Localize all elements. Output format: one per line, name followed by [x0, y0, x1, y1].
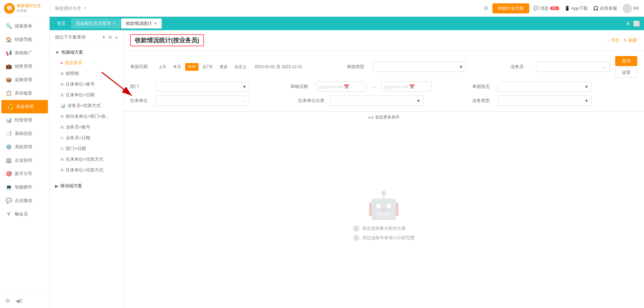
scheme-item-unit-account[interactable]: ⊞ 往来单位+账号 [50, 79, 123, 90]
doc-status-select[interactable]: ▼ [498, 82, 592, 92]
scheme-item-by-detail[interactable]: ⊞ 按明细 [50, 68, 123, 79]
calendar-icon-end[interactable]: 📅 [409, 84, 415, 89]
unit-date-icon: ⊞ [60, 93, 64, 97]
sidebar-item-system[interactable]: ⚙️ 系统管理 [0, 140, 49, 154]
date-tab-last-month[interactable]: 上月 [156, 63, 169, 71]
dept-select[interactable]: ▼ [156, 82, 250, 92]
step-1-label: 请先选择要分析的方案 [362, 225, 406, 232]
sidebar-item-member[interactable]: V 畅会员 [0, 207, 49, 221]
scheme-item-dept-date[interactable]: ⊙ 部门+日期 [50, 143, 123, 154]
triangle-right-icon: ▶ [55, 184, 58, 189]
scheme-item-unit-settle2[interactable]: ⊞ 往来单位+结算方式 [50, 165, 123, 175]
sidebar-item-enterprise[interactable]: 🏢 企业协同 [0, 154, 49, 167]
topbar: 畅捷通好生意 ▼ ⚙ 体验行业方案 💬 消息 99+ 📱 App下载 🎧 在线客… [50, 0, 644, 17]
unit-settle2-icon: ⊞ [60, 168, 64, 172]
sales-icon: 💼 [5, 63, 12, 70]
sidebar-item-wechat[interactable]: 💬 企业微信 [0, 194, 49, 207]
sidebar-item-sales[interactable]: 💼 销售管理 [0, 60, 49, 73]
sidebar-item-label: 搜索菜单 [15, 23, 32, 29]
desktop-section-title[interactable]: ▼ 电脑端方案 [50, 47, 123, 57]
biz-type-select[interactable]: ▼ [498, 96, 592, 106]
scheme-item-label: 按往来单位+部门+收... [66, 113, 109, 119]
review-date-end-placeholder: yyyy-mm-dd [384, 84, 408, 89]
app-download-btn[interactable]: 📱 App下载 [565, 5, 588, 11]
scheme-item-label: 业务员+日期 [66, 135, 90, 141]
messages-btn[interactable]: 💬 消息 99+ [533, 5, 559, 11]
dept-date-icon: ⊙ [60, 146, 64, 151]
sidebar-item-label: 基础信息 [15, 131, 32, 137]
date-tabs: 上月 本月 本年 近7天 更多 自定义 [156, 63, 249, 71]
sidebar-item-hardware[interactable]: 💻 智能硬件 [0, 181, 49, 194]
salesman-settle-icon: 📊 [60, 103, 65, 108]
export-btn[interactable]: ↑ 导出 [607, 37, 620, 43]
sidebar-item-basic[interactable]: 📑 基础信息 [0, 127, 49, 140]
review-date-start[interactable]: yyyy-mm-dd 📅 [316, 82, 366, 92]
breadcrumb-text: 畅捷通好生意 [55, 5, 81, 11]
doc-type-label: 单据类型 [347, 64, 367, 70]
scheme-item-salesman-account[interactable]: ⊞ 业务员+账号 [50, 122, 123, 133]
settings-bottom-icon[interactable]: ⚙ [5, 298, 10, 304]
collapse-sidebar-icon[interactable]: ◀II [15, 298, 22, 304]
trial-btn[interactable]: 体验行业方案 [492, 3, 529, 13]
doc-type-select[interactable]: ▼ [372, 62, 466, 72]
date-label: 单据日期 [130, 64, 150, 70]
query-btn[interactable]: 查询 [615, 56, 637, 66]
sidebar-item-operation[interactable]: 📊 经营管理 [0, 113, 49, 127]
scheme-item-salesman-settle[interactable]: 📊 业务员+结算方式 [50, 100, 123, 111]
date-tab-custom[interactable]: 自定义 [232, 63, 249, 71]
calendar-icon[interactable]: 📅 [344, 84, 349, 89]
salesman-select[interactable]: ··· [536, 62, 610, 72]
scheme-item-unit-settle1[interactable]: ⊞ 往来单位+结算方式 [50, 154, 123, 165]
mobile-section-title[interactable]: ▶ 移动端方案 [50, 181, 123, 191]
scheme-item-salesman-date[interactable]: ⊙ 业务员+日期 [50, 133, 123, 143]
date-tab-this-year[interactable]: 本年 [185, 63, 199, 71]
receipt-stats-tab-close[interactable]: ✕ [154, 21, 157, 26]
collapse-bar[interactable]: ∧∧ 收起更多条件 [123, 111, 644, 123]
sidebar-item-marketing[interactable]: 📢 营销推广 [0, 46, 49, 60]
scheme-settings-icon[interactable]: ⚙ [108, 35, 112, 40]
sidebar-item-search[interactable]: 🔍 搜索菜单 [0, 19, 49, 33]
partner-select[interactable]: ··· [156, 96, 250, 106]
topbar-settings-icon[interactable]: ⚙ [484, 5, 488, 11]
refresh-btn[interactable]: ↻ 刷新 [624, 37, 637, 43]
tab-receipt-stats[interactable]: 收款情况统计 ✕ [121, 18, 162, 29]
collapse-panel-icon[interactable]: « [115, 35, 118, 40]
biz-type-label: 业务类型 [472, 98, 492, 104]
add-scheme-icon[interactable]: + [102, 34, 105, 40]
filter-right-actions: 查询 设置 [615, 56, 637, 78]
sidebar-item-label: 系统管理 [15, 144, 32, 150]
scheme-item-label: 往来单位+结算方式 [66, 156, 103, 162]
tab-bank-flow[interactable]: 现金银行流水查询 ✕ [71, 18, 120, 29]
filter-row-3: 往来单位 ··· 往来单位分类 ▼ 业务类型 ▼ [130, 96, 637, 106]
unit-settle1-icon: ⊞ [60, 157, 64, 162]
phone-icon: 📱 [565, 6, 570, 11]
scheme-item-label: 按明细 [66, 70, 79, 76]
tab-maximize-icon[interactable]: ⬜ [632, 19, 641, 28]
scheme-item-unit-date[interactable]: ⊞ 往来单位+日期 [50, 90, 123, 100]
date-tab-more[interactable]: 更多 [217, 63, 230, 71]
review-date-label: 审核日期 [290, 84, 311, 90]
scheme-item-unit-dept[interactable]: ⊞ 按往来单位+部门+收... [50, 111, 123, 122]
sidebar-item-finance[interactable]: 💰 资金管理 [1, 100, 48, 113]
settings-btn[interactable]: 设置 [615, 67, 637, 78]
user-avatar-btn[interactable]: Rit [623, 4, 639, 13]
tab-home[interactable]: 首页 [52, 18, 70, 29]
inventory-icon: 📋 [5, 90, 12, 97]
sidebar-item-inventory[interactable]: 📋 库存核算 [0, 87, 49, 100]
scheme-item-by-salesman[interactable]: ● 按业务员 [50, 57, 123, 68]
chevron-down-icon-dept: ▼ [242, 84, 247, 89]
left-panel-title: 按以下方案查询 [55, 34, 100, 40]
partner-category-select[interactable]: ▼ [330, 96, 424, 106]
desktop-section-label: 电脑端方案 [61, 49, 83, 55]
date-tab-this-month[interactable]: 本月 [170, 63, 184, 71]
bank-flow-tab-close[interactable]: ✕ [113, 21, 116, 26]
online-service-btn[interactable]: 🎧 在线客服 [593, 5, 617, 11]
sidebar-item-quick-nav[interactable]: 🏠 快捷导航 [0, 33, 49, 46]
refresh-icon: ↻ [624, 38, 627, 43]
sidebar-item-guide[interactable]: 🎯 新手引导 [0, 167, 49, 181]
sidebar-item-purchase[interactable]: 📦 采购管理 [0, 73, 49, 87]
review-date-end[interactable]: yyyy-mm-dd 📅 [381, 82, 432, 92]
tab-close-all-icon[interactable]: ✕ [624, 19, 631, 28]
unit-dept-icon: ⊞ [60, 114, 64, 119]
date-tab-last-7days[interactable]: 近7天 [200, 63, 216, 71]
